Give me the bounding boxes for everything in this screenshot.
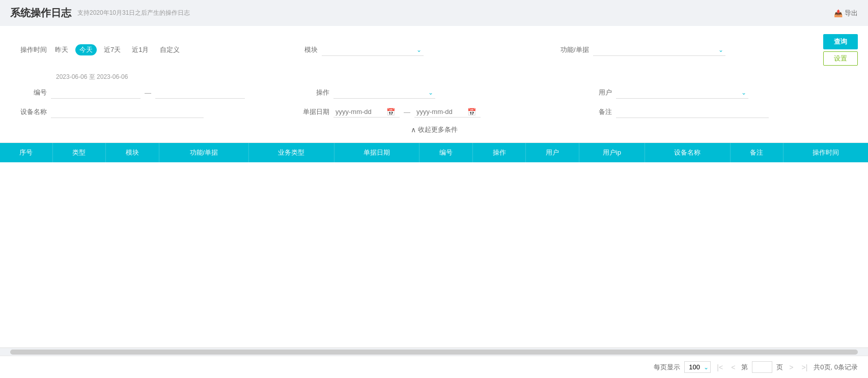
pagination: 每页显示 100 50 200 ⌄ |< < 第 1 页 > >| 共0页, 0… [0,356,868,378]
operation-label: 操作 [293,88,333,97]
number-dash: — [141,89,155,97]
time-btn-7days[interactable]: 近7天 [100,44,125,55]
voucher-date-filter-group: 单据日期 📅 — 📅 [293,107,575,118]
date-end-wrapper: 📅 [414,107,481,118]
col-number: 编号 [419,143,472,162]
module-select-wrapper: ⌄ [322,44,424,56]
operation-filter-group: 操作 ⌄ [293,86,575,99]
page-next-button[interactable]: > [787,362,795,372]
remark-label: 备注 [575,107,616,117]
page-prev-button[interactable]: < [729,362,737,372]
per-page-label: 每页显示 [654,363,680,372]
device-filter-group: 设备名称 [10,106,293,118]
calendar-start-icon[interactable]: 📅 [386,108,395,116]
time-btn-custom[interactable]: 自定义 [156,44,184,55]
operation-select-wrapper: ⌄ [333,86,435,99]
export-icon: 📤 [834,9,843,17]
date-start-wrapper: 📅 [333,107,400,118]
page-total: 共0页, 0条记录 [814,363,858,372]
page-subtitle: 支持2020年10月31日之后产生的操作日志 [77,9,190,17]
time-btn-yesterday[interactable]: 昨天 [51,44,72,55]
filter-row-2: 编号 — 操作 ⌄ 用户 [10,86,858,99]
page-title: 系统操作日志 [10,6,71,20]
voucher-date-label: 单据日期 [293,107,333,117]
remark-input[interactable] [616,106,769,118]
time-label: 操作时间 [10,45,51,54]
scroll-bar-area[interactable] [0,347,868,356]
scroll-bar-inner [10,350,858,355]
data-table: 序号 类型 模块 功能/单据 业务类型 单据日期 编号 操作 用户 用户ip 设… [0,143,868,162]
time-btn-1month[interactable]: 近1月 [128,44,153,55]
calendar-end-icon[interactable]: 📅 [467,108,476,116]
col-operation: 操作 [472,143,525,162]
col-user: 用户 [526,143,579,162]
time-btn-today[interactable]: 今天 [75,44,97,55]
col-op-time: 操作时间 [783,143,868,162]
collapse-label: 收起更多条件 [418,125,458,134]
export-button[interactable]: 📤 导出 [834,9,858,18]
time-range-display: 2023-06-06 至 2023-06-06 [10,73,858,81]
col-seq: 序号 [0,143,52,162]
time-range-text: 2023-06-06 至 2023-06-06 [56,73,128,80]
device-input[interactable] [51,106,204,118]
module-label: 模块 [281,45,322,54]
device-label: 设备名称 [10,107,51,117]
page-last-button[interactable]: >| [800,362,810,372]
user-filter-group: 用户 ⌄ [575,86,858,99]
operation-select[interactable] [333,86,435,99]
function-select-wrapper: ⌄ [593,44,725,56]
page-first-button[interactable]: |< [715,362,725,372]
module-filter-group: 模块 ⌄ [281,44,552,56]
page-header: 系统操作日志 支持2020年10月31日之后产生的操作日志 📤 导出 [0,0,868,26]
user-select[interactable] [616,86,748,99]
col-business-type: 业务类型 [249,143,334,162]
settings-button[interactable]: 设置 [823,51,858,66]
col-user-ip: 用户ip [579,143,645,162]
date-end-input[interactable] [416,108,467,115]
collapse-bar: ∧ 收起更多条件 [10,125,858,134]
module-select[interactable] [322,44,424,56]
query-button[interactable]: 查询 [823,34,858,49]
function-select[interactable] [593,44,725,56]
filter-row-3: 设备名称 单据日期 📅 — 📅 备注 [10,106,858,118]
header-left: 系统操作日志 支持2020年10月31日之后产生的操作日志 [10,6,190,20]
table-header: 序号 类型 模块 功能/单据 业务类型 单据日期 编号 操作 用户 用户ip 设… [0,143,868,162]
col-module: 模块 [106,143,159,162]
page-suffix: 页 [776,363,783,372]
date-start-input[interactable] [335,108,386,115]
time-options: 昨天 今天 近7天 近1月 自定义 [51,44,184,55]
function-label: 功能/单据 [552,45,593,54]
collapse-up-icon: ∧ [411,126,416,134]
table-container: 序号 类型 模块 功能/单据 业务类型 单据日期 编号 操作 用户 用户ip 设… [0,143,868,347]
export-label: 导出 [845,9,858,18]
page-number-input[interactable]: 1 [752,361,772,373]
col-device: 设备名称 [645,143,730,162]
number-filter-group: 编号 — [10,86,293,99]
filter-row-1: 操作时间 昨天 今天 近7天 近1月 自定义 模块 ⌄ [10,34,858,66]
number-input-start[interactable] [51,86,141,99]
page-size-select[interactable]: 100 50 200 [684,361,711,373]
col-type: 类型 [52,143,105,162]
col-voucher-date: 单据日期 [334,143,419,162]
remark-filter-group: 备注 [575,106,858,118]
col-remark: 备注 [730,143,783,162]
col-function: 功能/单据 [159,143,248,162]
user-label: 用户 [575,88,616,97]
filter-area: 操作时间 昨天 今天 近7天 近1月 自定义 模块 ⌄ [0,26,868,143]
user-select-wrapper: ⌄ [616,86,748,99]
number-input-end[interactable] [155,86,245,99]
action-buttons: 查询 设置 [823,34,858,66]
date-dash: — [400,108,414,116]
function-filter-group: 功能/单据 ⌄ [552,44,823,56]
page-size-wrapper: 100 50 200 ⌄ [684,361,711,373]
number-label: 编号 [10,88,51,97]
page-container: 系统操作日志 支持2020年10月31日之后产生的操作日志 📤 导出 操作时间 … [0,0,868,378]
page-prefix: 第 [741,363,748,372]
collapse-button[interactable]: ∧ 收起更多条件 [411,125,458,134]
time-filter-group: 操作时间 昨天 今天 近7天 近1月 自定义 [10,44,281,55]
table-header-row: 序号 类型 模块 功能/单据 业务类型 单据日期 编号 操作 用户 用户ip 设… [0,143,868,162]
